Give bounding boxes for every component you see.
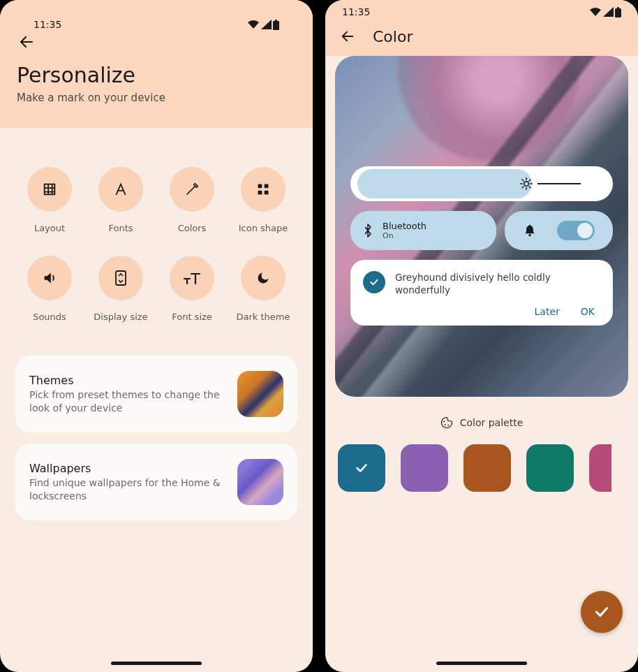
status-time: 11:35 <box>34 19 61 30</box>
svg-point-20 <box>445 424 446 425</box>
svg-point-18 <box>529 234 531 236</box>
svg-rect-3 <box>265 184 269 189</box>
slider-track <box>537 183 581 184</box>
status-bar: 11:35 <box>17 13 296 32</box>
svg-rect-2 <box>258 184 262 189</box>
svg-rect-1 <box>275 20 277 22</box>
signal-icon <box>261 20 272 29</box>
option-label: Fonts <box>108 223 133 233</box>
palette-label-row: Color palette <box>325 416 638 429</box>
check-icon <box>354 460 369 476</box>
svg-rect-7 <box>615 8 621 17</box>
bluetooth-status: On <box>383 231 426 240</box>
themes-thumbnail <box>237 371 283 417</box>
back-button[interactable] <box>17 32 36 52</box>
option-colors[interactable]: Colors <box>156 167 228 233</box>
swatch-4[interactable] <box>589 444 611 492</box>
svg-line-17 <box>529 180 531 181</box>
page-title: Personalize <box>17 63 296 87</box>
bell-icon <box>523 224 537 238</box>
ok-button[interactable]: OK <box>581 306 595 317</box>
back-button[interactable] <box>338 27 357 46</box>
option-label: Dark theme <box>237 312 290 322</box>
header: 11:35 Personalize Make a mark on your de… <box>0 0 313 128</box>
themes-card[interactable]: Themes Pick from preset themes to change… <box>15 356 297 432</box>
check-icon <box>593 603 611 621</box>
swatch-0[interactable] <box>338 444 385 492</box>
page-subtitle: Make a mark on your device <box>17 92 296 104</box>
svg-rect-5 <box>265 191 269 195</box>
option-label: Sounds <box>33 312 66 322</box>
card-title: Wallpapers <box>29 462 228 475</box>
option-label: Layout <box>34 223 65 233</box>
svg-point-9 <box>524 182 529 187</box>
header: Color <box>325 20 638 56</box>
card-desc: Find unique wallpapers for the Home & lo… <box>29 476 228 503</box>
personalize-screen: 11:35 Personalize Make a mark on your de… <box>0 0 313 672</box>
svg-line-16 <box>522 187 524 188</box>
status-icons <box>247 20 279 30</box>
check-circle-icon <box>363 271 385 293</box>
wallpapers-card[interactable]: Wallpapers Find unique wallpapers for th… <box>15 444 297 520</box>
option-label: Colors <box>178 223 207 233</box>
page-title: Color <box>373 28 413 45</box>
color-screen: 11:35 Color <box>325 0 638 672</box>
option-label: Display size <box>94 312 147 322</box>
option-sounds[interactable]: Sounds <box>14 256 85 322</box>
status-icons <box>589 7 621 17</box>
notification-text: Greyhound divisively hello coldly wonder… <box>395 271 600 296</box>
battery-icon <box>273 20 279 30</box>
nav-indicator[interactable] <box>436 662 527 665</box>
cards-section: Themes Pick from preset themes to change… <box>0 343 313 533</box>
status-time: 11:35 <box>342 6 370 17</box>
battery-icon <box>615 7 621 17</box>
notification-card[interactable]: Greyhound divisively hello coldly wonder… <box>350 260 613 326</box>
svg-line-14 <box>522 180 524 181</box>
card-title: Themes <box>29 374 228 387</box>
wallpapers-thumbnail <box>237 459 283 505</box>
option-fonts[interactable]: Fonts <box>85 167 156 233</box>
four-squares-icon <box>256 182 270 196</box>
swatch-3[interactable] <box>526 444 574 492</box>
resize-icon <box>114 270 128 286</box>
eyedropper-icon <box>184 182 200 197</box>
swatch-1[interactable] <box>401 444 448 492</box>
toggle-switch[interactable] <box>557 221 595 240</box>
signal-icon <box>603 7 614 17</box>
option-icon-shape[interactable]: Icon shape <box>228 167 299 233</box>
option-font-size[interactable]: Font size <box>156 256 228 322</box>
brightness-icon <box>517 174 536 193</box>
svg-point-19 <box>443 421 445 423</box>
grid-icon <box>42 182 57 197</box>
status-bar: 11:35 <box>325 0 638 20</box>
svg-rect-0 <box>273 21 279 30</box>
option-layout[interactable]: Layout <box>14 167 85 233</box>
wifi-icon <box>247 20 260 29</box>
wifi-icon <box>589 7 602 17</box>
svg-rect-8 <box>617 7 619 9</box>
arrow-left-icon <box>18 34 35 50</box>
bluetooth-tile[interactable]: Bluetooth On <box>350 211 496 250</box>
palette-label: Color palette <box>460 417 524 428</box>
letter-a-icon <box>113 182 128 197</box>
bluetooth-title: Bluetooth <box>383 221 426 231</box>
later-button[interactable]: Later <box>535 306 560 317</box>
theme-preview: Bluetooth On Greyhound divisively hello … <box>335 56 628 397</box>
confirm-fab[interactable] <box>581 591 623 633</box>
color-swatches <box>325 444 638 492</box>
palette-icon <box>440 416 453 429</box>
svg-line-15 <box>529 187 531 188</box>
option-label: Font size <box>172 312 212 322</box>
dnd-tile[interactable] <box>505 211 613 250</box>
nav-indicator[interactable] <box>111 662 202 665</box>
swatch-2[interactable] <box>463 444 511 492</box>
brightness-slider[interactable] <box>350 166 613 201</box>
option-dark-theme[interactable]: Dark theme <box>228 256 299 322</box>
svg-point-21 <box>447 425 449 426</box>
options-grid: Layout Fonts Colors Icon shape Sounds Di… <box>0 128 313 343</box>
text-size-icon <box>183 271 201 285</box>
card-desc: Pick from preset themes to change the lo… <box>29 388 228 415</box>
moon-icon <box>256 271 270 285</box>
option-display-size[interactable]: Display size <box>85 256 156 322</box>
option-label: Icon shape <box>239 223 288 233</box>
